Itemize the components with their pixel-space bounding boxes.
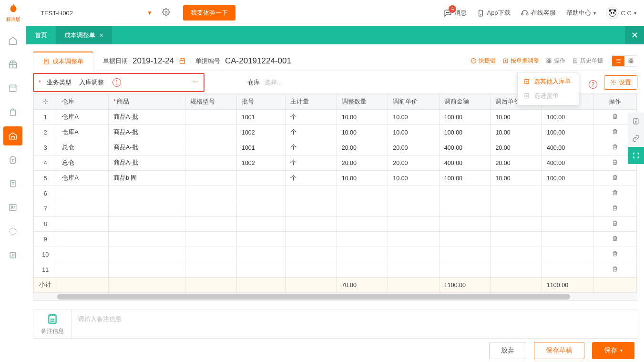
cell-pre-amount[interactable]: 100.00 — [439, 110, 491, 125]
cell-batch[interactable]: 1002 — [236, 125, 285, 140]
warehouse-input[interactable] — [265, 79, 369, 86]
delete-row-button[interactable] — [612, 113, 618, 121]
cell-unit[interactable]: 个 — [286, 140, 337, 155]
cell-post-amount[interactable] — [542, 247, 593, 262]
doc-tab[interactable]: 成本调整单 — [33, 52, 93, 72]
cell-spec[interactable] — [185, 155, 237, 171]
delete-row-button[interactable] — [612, 235, 618, 243]
cell-post-price[interactable] — [491, 247, 542, 262]
cell-post-amount[interactable] — [542, 232, 593, 247]
delete-row-button[interactable] — [612, 189, 618, 197]
user-menu[interactable]: C C ▾ — [606, 7, 636, 19]
save-draft-button[interactable]: 保存草稿 — [534, 342, 584, 359]
cell-pre-price[interactable] — [388, 217, 440, 232]
cell-batch[interactable] — [236, 186, 285, 201]
cell-spec[interactable] — [185, 262, 237, 278]
delete-row-button[interactable] — [612, 205, 618, 213]
cell-post-amount[interactable] — [542, 217, 593, 232]
page-tabs-close-button[interactable]: ✕ — [625, 26, 644, 44]
act-shortcuts[interactable]: 快捷键 — [470, 57, 496, 65]
table-row[interactable]: 8 — [34, 217, 637, 232]
cell-qty[interactable]: 10.00 — [337, 110, 388, 125]
remark-input[interactable] — [72, 310, 637, 338]
rail-new[interactable]: 新 — [3, 246, 22, 265]
online-service-button[interactable]: 在线客服 — [521, 9, 556, 17]
cell-unit[interactable] — [286, 247, 337, 262]
cell-post-price[interactable] — [491, 217, 542, 232]
cell-warehouse[interactable]: 仓库A — [57, 125, 109, 140]
cell-unit[interactable] — [286, 201, 337, 217]
cell-warehouse[interactable] — [57, 217, 109, 232]
cell-spec[interactable] — [185, 140, 237, 155]
table-row[interactable]: 7 — [34, 201, 637, 217]
popover-other-in[interactable]: 选其他入库单 — [518, 74, 579, 89]
cell-batch[interactable]: 1001 — [236, 140, 285, 155]
discard-button[interactable]: 放弃 — [489, 342, 526, 359]
page-tab-home[interactable]: 首页 — [26, 26, 56, 44]
cell-pre-price[interactable]: 10.00 — [388, 171, 440, 186]
cell-post-amount[interactable] — [542, 262, 593, 278]
delete-row-button[interactable] — [612, 250, 618, 259]
rail-store[interactable] — [3, 79, 22, 98]
cell-pre-amount[interactable]: 100.00 — [439, 125, 491, 140]
cell-pre-price[interactable] — [388, 232, 440, 247]
help-center-button[interactable]: 帮助中心 ▾ — [566, 9, 596, 17]
act-by-bill[interactable]: 按单据调整 — [502, 57, 539, 65]
cell-pre-amount[interactable] — [439, 201, 491, 217]
cell-unit[interactable]: 个 — [286, 110, 337, 125]
org-settings-button[interactable] — [160, 8, 172, 18]
cell-post-amount[interactable]: 400.00 — [542, 155, 593, 171]
cell-product[interactable]: 商品A-批 — [109, 155, 185, 171]
close-icon[interactable]: ✕ — [99, 32, 103, 39]
col-config-button[interactable] — [34, 94, 57, 110]
act-history[interactable]: 历史单据 — [572, 57, 603, 65]
cell-warehouse[interactable] — [57, 232, 109, 247]
delete-row-button[interactable] — [612, 144, 618, 152]
cell-pre-price[interactable] — [388, 262, 440, 278]
cell-pre-amount[interactable] — [439, 217, 491, 232]
cell-pre-price[interactable] — [388, 247, 440, 262]
org-selector[interactable]: TEST-H002 ▼ — [36, 5, 157, 21]
cell-post-price[interactable]: 20.00 — [491, 140, 542, 155]
float-expand-button[interactable] — [628, 147, 644, 164]
cell-qty[interactable] — [337, 201, 388, 217]
calendar-icon[interactable] — [179, 57, 186, 64]
cell-post-amount[interactable] — [542, 201, 593, 217]
cell-spec[interactable] — [185, 186, 237, 201]
page-tab-cost-adjust[interactable]: 成本调整单 ✕ — [56, 26, 112, 44]
cell-post-amount[interactable] — [542, 186, 593, 201]
cell-unit[interactable] — [286, 217, 337, 232]
cell-warehouse[interactable] — [57, 186, 109, 201]
view-card-button[interactable] — [624, 56, 637, 66]
cell-post-price[interactable] — [491, 186, 542, 201]
rail-warehouse[interactable] — [3, 126, 22, 145]
grid-settings-button[interactable]: 设置 — [604, 75, 637, 90]
cell-qty[interactable] — [337, 217, 388, 232]
delete-row-button[interactable] — [612, 266, 618, 274]
delete-row-button[interactable] — [612, 174, 618, 182]
cell-post-price[interactable] — [491, 201, 542, 217]
cell-product[interactable]: 商品A-批 — [109, 140, 185, 155]
cell-pre-amount[interactable] — [439, 232, 491, 247]
cell-qty[interactable] — [337, 186, 388, 201]
cell-product[interactable] — [109, 247, 185, 262]
rail-clipboard[interactable] — [3, 174, 22, 193]
cell-pre-price[interactable] — [388, 186, 440, 201]
float-note-button[interactable] — [628, 113, 644, 130]
cell-qty[interactable] — [337, 262, 388, 278]
delete-row-button[interactable] — [612, 159, 618, 167]
cell-product[interactable] — [109, 232, 185, 247]
cell-qty[interactable]: 20.00 — [337, 155, 388, 171]
cell-unit[interactable] — [286, 186, 337, 201]
promo-button[interactable]: 我要体验一下 — [183, 5, 235, 21]
rail-gift[interactable] — [3, 55, 22, 74]
cell-pre-amount[interactable] — [439, 262, 491, 278]
cell-post-price[interactable]: 10.00 — [491, 171, 542, 186]
cell-pre-amount[interactable]: 400.00 — [439, 155, 491, 171]
cell-product[interactable] — [109, 262, 185, 278]
cell-warehouse[interactable]: 仓库A — [57, 171, 109, 186]
cell-qty[interactable]: 10.00 — [337, 125, 388, 140]
cell-spec[interactable] — [185, 171, 237, 186]
cell-post-price[interactable]: 10.00 — [491, 125, 542, 140]
cell-pre-amount[interactable]: 400.00 — [439, 140, 491, 155]
